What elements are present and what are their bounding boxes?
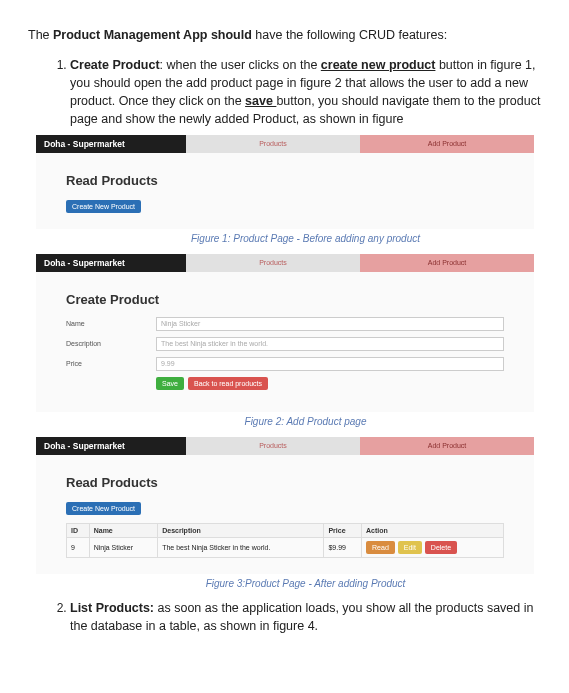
list-item-list: List Products: as soon as the applicatio… (70, 599, 541, 635)
cell-name: Ninja Sticker (89, 537, 158, 557)
nav-add-product[interactable]: Add Product (360, 135, 534, 153)
nav-add-product[interactable]: Add Product (360, 254, 534, 272)
price-label: Price (66, 357, 156, 371)
page-title: Create Product (66, 292, 504, 307)
th-desc: Description (158, 523, 324, 537)
price-input[interactable]: 9.99 (156, 357, 504, 371)
th-name: Name (89, 523, 158, 537)
create-new-product-button[interactable]: Create New Product (66, 502, 141, 515)
cell-price: $9.99 (324, 537, 362, 557)
figure-3: Doha - Supermarket Products Add Product … (36, 437, 534, 574)
nav-add-product[interactable]: Add Product (360, 437, 534, 455)
intro-text: The Product Management App should have t… (28, 28, 541, 42)
figure-1: Doha - Supermarket Products Add Product … (36, 135, 534, 229)
cell-desc: The best Ninja Sticker in the world. (158, 537, 324, 557)
figure-1-caption: Figure 1: Product Page - Before adding a… (70, 233, 541, 244)
figure-2-caption: Figure 2: Add Product page (70, 416, 541, 427)
back-button[interactable]: Back to read products (188, 377, 268, 390)
name-label: Name (66, 317, 156, 331)
name-input[interactable]: Ninja Sticker (156, 317, 504, 331)
page-title: Read Products (66, 173, 504, 188)
list-item-create: Create Product: when the user clicks on … (70, 56, 541, 589)
table-row: 9 Ninja Sticker The best Ninja Sticker i… (67, 537, 504, 557)
create-new-product-button[interactable]: Create New Product (66, 200, 141, 213)
description-label: Description (66, 337, 156, 351)
nav-products[interactable]: Products (186, 437, 360, 455)
th-price: Price (324, 523, 362, 537)
nav-products[interactable]: Products (186, 254, 360, 272)
page-number: 1 (0, 655, 569, 693)
delete-button[interactable]: Delete (425, 541, 457, 554)
page-title: Read Products (66, 475, 504, 490)
figure-3-caption: Figure 3:Product Page - After adding Pro… (70, 578, 541, 589)
edit-button[interactable]: Edit (398, 541, 422, 554)
nav-products[interactable]: Products (186, 135, 360, 153)
figure-2: Doha - Supermarket Products Add Product … (36, 254, 534, 412)
th-id: ID (67, 523, 90, 537)
products-table: ID Name Description Price Action 9 Ninja… (66, 523, 504, 558)
navbar-brand: Doha - Supermarket (36, 135, 186, 153)
cell-id: 9 (67, 537, 90, 557)
save-button[interactable]: Save (156, 377, 184, 390)
th-action: Action (362, 523, 504, 537)
navbar-brand: Doha - Supermarket (36, 437, 186, 455)
read-button[interactable]: Read (366, 541, 395, 554)
description-input[interactable]: The best Ninja sticker in the world. (156, 337, 504, 351)
navbar-brand: Doha - Supermarket (36, 254, 186, 272)
